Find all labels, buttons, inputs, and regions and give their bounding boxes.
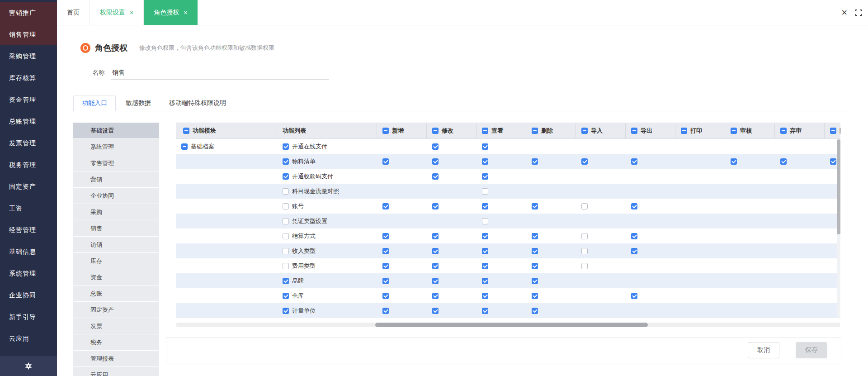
horizontal-scrollbar[interactable]	[176, 323, 840, 327]
perm-checkbox[interactable]	[382, 278, 389, 284]
perm-checkbox[interactable]	[631, 158, 637, 165]
feature-checkbox[interactable]	[283, 188, 289, 195]
perm-checkbox[interactable]	[382, 248, 389, 254]
perm-checkbox[interactable]	[432, 233, 439, 239]
perm-checkbox[interactable]	[482, 278, 488, 284]
perm-checkbox[interactable]	[382, 203, 389, 209]
feature-checkbox[interactable]	[283, 293, 289, 299]
select-all-perm-checkbox[interactable]	[681, 128, 687, 134]
feature-checkbox[interactable]	[283, 308, 289, 314]
vertical-scrollbar[interactable]	[837, 139, 840, 319]
vertical-scrollbar-thumb[interactable]	[837, 139, 840, 234]
perm-checkbox[interactable]	[432, 308, 439, 314]
perm-checkbox[interactable]	[432, 278, 439, 284]
perm-checkbox[interactable]	[432, 143, 439, 150]
perm-checkbox[interactable]	[631, 248, 637, 254]
tabbar-tab[interactable]: 首页	[57, 0, 90, 25]
perm-checkbox[interactable]	[532, 233, 538, 239]
select-all-perm-checkbox[interactable]	[830, 128, 836, 134]
perm-checkbox[interactable]	[532, 158, 538, 165]
sidebar-item[interactable]: 资金管理	[0, 89, 57, 110]
perm-checkbox[interactable]	[581, 248, 588, 254]
sidebar-item[interactable]: 工资	[0, 197, 57, 219]
sidebar-item[interactable]: 经营管理	[0, 219, 57, 241]
tabbar-tab[interactable]: 角色授权×	[144, 0, 198, 25]
feature-checkbox[interactable]	[283, 218, 289, 224]
module-checkbox[interactable]	[181, 143, 188, 150]
feature-checkbox[interactable]	[283, 278, 289, 284]
feature-checkbox[interactable]	[283, 263, 289, 269]
perm-checkbox[interactable]	[432, 263, 439, 269]
sidebar-item[interactable]: 新手引导	[0, 306, 57, 328]
sidebar-item[interactable]: 系统管理	[0, 262, 57, 284]
select-all-perm-checkbox[interactable]	[382, 128, 389, 134]
perm-checkbox[interactable]	[432, 248, 439, 254]
perm-checkbox[interactable]	[631, 293, 637, 299]
sidebar-item[interactable]: 发票管理	[0, 132, 57, 154]
feature-checkbox[interactable]	[283, 248, 289, 254]
module-item[interactable]: 企业协同	[73, 188, 159, 204]
select-all-perm-checkbox[interactable]	[432, 128, 439, 134]
sidebar-item[interactable]: 销售管理	[0, 24, 57, 45]
name-input[interactable]	[111, 67, 329, 80]
tab-close-icon[interactable]: ×	[184, 10, 187, 16]
select-all-perm-checkbox[interactable]	[731, 128, 737, 134]
sidebar-item[interactable]: 税务管理	[0, 154, 57, 176]
module-item[interactable]: 销售	[73, 220, 159, 236]
module-item[interactable]: 总账	[73, 286, 159, 301]
cancel-button[interactable]: 取消	[748, 342, 779, 358]
permission-tab[interactable]: 敏感数据	[118, 95, 159, 111]
perm-checkbox[interactable]	[432, 158, 439, 165]
perm-checkbox[interactable]	[432, 293, 439, 299]
perm-checkbox[interactable]	[631, 203, 637, 209]
module-item[interactable]: 营销	[73, 171, 159, 187]
perm-checkbox[interactable]	[432, 203, 439, 209]
module-item[interactable]: 采购	[73, 204, 159, 220]
select-all-perm-checkbox[interactable]	[482, 128, 488, 134]
module-item[interactable]: 基础设置	[73, 123, 159, 138]
perm-checkbox[interactable]	[482, 203, 488, 209]
perm-checkbox[interactable]	[532, 248, 538, 254]
horizontal-scrollbar-thumb[interactable]	[375, 323, 648, 327]
perm-checkbox[interactable]	[532, 308, 538, 314]
perm-checkbox[interactable]	[382, 263, 389, 269]
perm-checkbox[interactable]	[532, 263, 538, 269]
perm-checkbox[interactable]	[432, 173, 439, 180]
perm-checkbox[interactable]	[482, 143, 488, 150]
sidebar-item[interactable]: 固定资产	[0, 176, 57, 197]
sidebar-item[interactable]: 采购管理	[0, 45, 57, 67]
feature-checkbox[interactable]	[283, 203, 289, 209]
sidebar-item[interactable]: 库存核算	[0, 67, 57, 89]
sidebar-item[interactable]: 基础信息	[0, 241, 57, 262]
tabbar-tab[interactable]: 权限设置×	[90, 0, 144, 25]
perm-checkbox[interactable]	[482, 293, 488, 299]
perm-checkbox[interactable]	[581, 158, 588, 165]
module-item[interactable]: 税务	[73, 334, 159, 350]
perm-checkbox[interactable]	[382, 233, 389, 239]
perm-checkbox[interactable]	[532, 278, 538, 284]
module-item[interactable]: 资金	[73, 269, 159, 285]
perm-checkbox[interactable]	[581, 233, 588, 239]
perm-checkbox[interactable]	[631, 233, 637, 239]
permission-tab[interactable]: 移动端特殊权限说明	[161, 95, 234, 111]
feature-checkbox[interactable]	[283, 233, 289, 239]
module-item[interactable]: 发票	[73, 318, 159, 334]
perm-checkbox[interactable]	[482, 233, 488, 239]
perm-checkbox[interactable]	[482, 248, 488, 254]
perm-checkbox[interactable]	[482, 263, 488, 269]
select-all-perm-checkbox[interactable]	[780, 128, 787, 134]
module-item[interactable]: 系统管理	[73, 139, 159, 155]
perm-checkbox[interactable]	[731, 158, 737, 165]
module-item[interactable]: 库存	[73, 253, 159, 269]
module-item[interactable]: 云应用	[73, 367, 159, 376]
sidebar-item[interactable]: 总账管理	[0, 110, 57, 132]
perm-checkbox[interactable]	[532, 203, 538, 209]
perm-checkbox[interactable]	[482, 188, 488, 195]
feature-checkbox[interactable]	[283, 173, 289, 180]
select-all-perm-checkbox[interactable]	[581, 128, 588, 134]
perm-checkbox[interactable]	[830, 158, 836, 165]
sidebar-item[interactable]: 云应用	[0, 328, 57, 349]
sidebar-item[interactable]: 营销推广	[0, 2, 57, 24]
perm-checkbox[interactable]	[482, 173, 488, 180]
sidebar-item[interactable]: 企业协同	[0, 284, 57, 306]
